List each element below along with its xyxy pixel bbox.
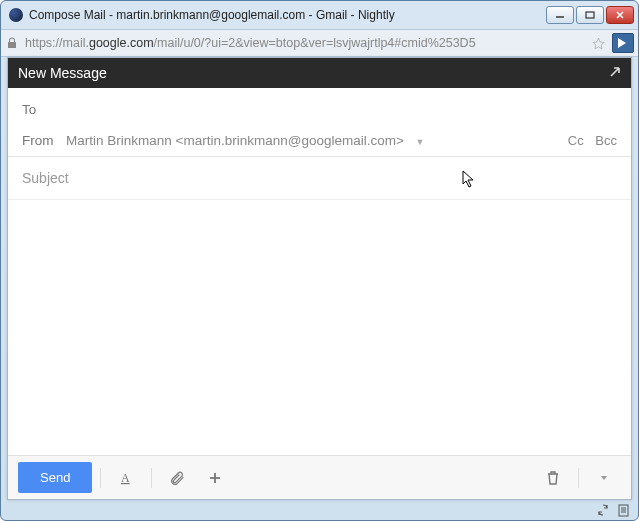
compose-toolbar: Send A [8, 455, 631, 499]
url-sub: mail. [63, 36, 89, 50]
svg-marker-8 [601, 476, 607, 480]
status-icon-page[interactable] [616, 503, 630, 517]
discard-button[interactable] [536, 463, 570, 493]
subject-input[interactable] [22, 170, 617, 186]
url-path: /mail/u/0/?ui=2&view=btop&ver=lsvjwajrtl… [154, 36, 476, 50]
browser-window: Compose Mail - martin.brinkmann@googlema… [0, 0, 639, 521]
compose-titlebar: New Message [8, 58, 631, 88]
url-text: https://mail.google.com/mail/u/0/?ui=2&v… [25, 36, 586, 50]
extension-button[interactable] [612, 33, 634, 53]
svg-text:A: A [121, 471, 130, 485]
subject-row [8, 156, 631, 199]
send-button[interactable]: Send [18, 462, 92, 493]
separator [578, 468, 579, 488]
from-text: Martin Brinkmann <martin.brinkmann@googl… [66, 133, 404, 148]
url-scheme: https:// [25, 36, 63, 50]
more-options-button[interactable] [587, 463, 621, 493]
to-row[interactable]: To [22, 94, 617, 125]
formatting-button[interactable]: A [109, 463, 143, 493]
cc-bcc-group: Cc Bcc [560, 133, 617, 148]
close-button[interactable] [606, 6, 634, 24]
bcc-button[interactable]: Bcc [595, 133, 617, 148]
to-label: To [22, 102, 66, 117]
from-value[interactable]: Martin Brinkmann <martin.brinkmann@googl… [66, 133, 560, 148]
cc-button[interactable]: Cc [568, 133, 584, 148]
compose-title: New Message [18, 65, 107, 81]
status-icon-sync[interactable] [596, 503, 610, 517]
separator [151, 468, 152, 488]
favicon [9, 8, 23, 22]
titlebar: Compose Mail - martin.brinkmann@googlema… [1, 1, 638, 29]
maximize-button[interactable] [576, 6, 604, 24]
insert-button[interactable] [198, 463, 232, 493]
separator [100, 468, 101, 488]
address-bar[interactable]: https://mail.google.com/mail/u/0/?ui=2&v… [1, 29, 638, 57]
header-fields: To From Martin Brinkmann <martin.brinkma… [8, 88, 631, 156]
window-controls [546, 6, 634, 24]
svg-marker-4 [618, 38, 626, 48]
svg-rect-1 [586, 12, 594, 18]
lock-icon [5, 36, 19, 50]
from-row: From Martin Brinkmann <martin.brinkmann@… [22, 125, 617, 156]
minimize-button[interactable] [546, 6, 574, 24]
compose-pane: New Message To From Martin Brinkmann <ma… [7, 57, 632, 500]
from-label: From [22, 133, 66, 148]
attach-button[interactable] [160, 463, 194, 493]
popout-icon[interactable] [609, 65, 621, 81]
from-dropdown-icon[interactable]: ▼ [416, 137, 425, 147]
status-bar [1, 500, 638, 520]
window-title: Compose Mail - martin.brinkmann@googlema… [29, 8, 546, 22]
compose-body[interactable] [8, 199, 631, 455]
bookmark-star-icon[interactable] [592, 36, 606, 50]
url-domain: google.com [89, 36, 154, 50]
